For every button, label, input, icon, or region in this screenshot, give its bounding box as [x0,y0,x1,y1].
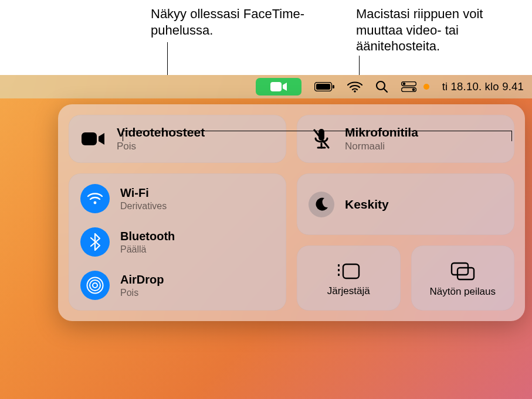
screen-mirroring-tile[interactable]: Näytön peilaus [411,245,515,311]
svg-line-6 [384,89,387,93]
svg-point-16 [94,202,97,204]
wifi-title: Wi-Fi [120,186,167,200]
svg-rect-20 [338,264,340,267]
video-effects-status: Pois [117,141,205,152]
bluetooth-title: Bluetooth [120,230,175,243]
airdrop-toggle[interactable]: AirDrop Pois [80,271,275,300]
svg-point-10 [412,88,415,91]
svg-rect-11 [82,132,97,145]
facetime-active-indicator[interactable] [256,78,301,96]
menubar-datetime[interactable]: ti 18.10. klo 9.41 [442,80,524,93]
bluetooth-toggle[interactable]: Bluetooth Päällä [80,227,275,257]
mic-mode-status: Normaali [345,141,418,152]
screen-mirroring-icon [450,261,476,281]
callout-effects: Macistasi riippuen voit muuttaa video- t… [356,6,509,75]
callout-bracket [123,131,512,141]
callout-facetime: Näkyy ollessasi FaceTime-puhelussa. [151,6,315,75]
wifi-icon[interactable] [347,81,362,93]
callout-region: Näkyy ollessasi FaceTime-puhelussa. Maci… [0,0,532,75]
svg-point-8 [402,83,405,86]
right-column: Keskity Järjestäjä Näytön peilaus [297,173,514,311]
connectivity-tile: Wi-Fi Derivatives Bluetooth Päällä Air [69,173,286,311]
svg-point-4 [354,90,356,93]
focus-tile[interactable]: Keskity [297,173,514,235]
airdrop-title: AirDrop [120,273,164,287]
svg-rect-21 [338,269,340,271]
svg-rect-22 [338,274,340,276]
wifi-icon [87,192,103,205]
bluetooth-status: Päällä [120,244,175,255]
focus-title: Keskity [345,197,389,212]
svg-rect-25 [458,268,474,279]
svg-rect-23 [343,264,359,278]
bluetooth-icon [90,233,100,251]
battery-icon[interactable] [314,82,334,91]
video-camera-icon [81,131,106,147]
svg-rect-0 [270,82,282,91]
desktop: ti 18.10. klo 9.41 Videotehosteet Pois M… [0,75,532,399]
video-camera-icon [270,81,287,93]
wifi-toggle[interactable]: Wi-Fi Derivatives [80,184,275,213]
privacy-indicator-dot [423,84,429,90]
control-center-icon[interactable] [401,81,416,92]
airdrop-status: Pois [120,288,164,298]
stage-manager-icon [336,262,361,281]
svg-rect-3 [333,85,334,88]
control-center-panel: Videotehosteet Pois Mikrofonitila Normaa… [58,104,525,321]
svg-rect-24 [452,263,468,275]
svg-point-18 [90,280,100,291]
search-icon[interactable] [375,80,388,93]
airdrop-icon [86,277,104,294]
svg-rect-2 [316,84,330,90]
menubar: ti 18.10. klo 9.41 [0,75,532,98]
stage-manager-tile[interactable]: Järjestäjä [297,245,401,311]
svg-point-17 [93,283,97,288]
moon-icon [314,197,329,212]
screen-mirroring-label: Näytön peilaus [430,286,496,298]
wifi-status: Derivatives [120,201,167,212]
stage-manager-label: Järjestäjä [327,285,370,297]
